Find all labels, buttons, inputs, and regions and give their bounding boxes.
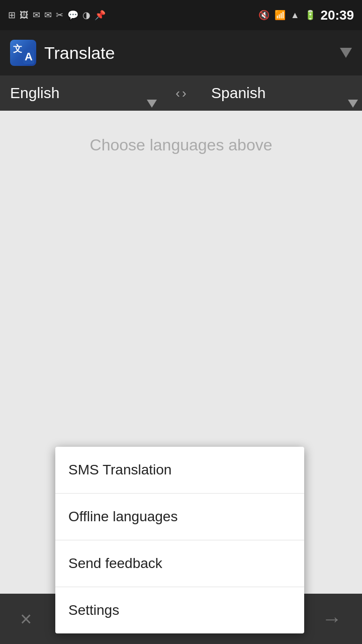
status-bar-left: ⊞ 🖼 ✉ ✉ ✂ 💬 ◑ 📌: [8, 11, 106, 20]
chat-icon: 💬: [67, 11, 78, 20]
wifi-icon: 📶: [275, 11, 286, 20]
toolbar-dropdown-indicator[interactable]: [340, 48, 352, 58]
status-bar: ⊞ 🖼 ✉ ✉ ✂ 💬 ◑ 📌 🔇 📶 ▲ 🔋 20:39: [0, 0, 362, 30]
mute-icon: 🔇: [258, 11, 269, 20]
arrow-left-icon: ‹: [175, 86, 180, 101]
target-language-label: Spanish: [211, 85, 265, 102]
menu-item-feedback[interactable]: Send feedback: [55, 540, 304, 587]
close-button[interactable]: ×: [20, 608, 32, 630]
app-icon-chinese: 文: [13, 43, 22, 55]
mail2-icon: ✉: [44, 11, 52, 20]
source-language-dropdown-icon: [147, 100, 157, 108]
app-title: Translate: [44, 43, 332, 63]
swap-languages-button[interactable]: ‹ ›: [161, 86, 201, 101]
source-language-label: English: [10, 85, 59, 102]
menu-item-settings[interactable]: Settings: [55, 587, 304, 633]
scissors-icon: ✂: [56, 11, 63, 20]
target-language-selector[interactable]: Spanish: [201, 75, 362, 111]
app-icon: 文 A: [10, 40, 36, 66]
image-icon: 🖼: [20, 11, 29, 20]
source-language-selector[interactable]: English: [0, 75, 161, 111]
app-toolbar: 文 A Translate: [0, 30, 362, 75]
target-language-dropdown-icon: [348, 100, 358, 108]
menu-item-sms[interactable]: SMS Translation: [55, 447, 304, 494]
status-bar-right: 🔇 📶 ▲ 🔋 20:39: [258, 8, 354, 23]
status-time: 20:39: [321, 8, 354, 23]
mail-icon: ✉: [33, 11, 40, 20]
menu-item-offline[interactable]: Offline languages: [55, 494, 304, 540]
app-icon-english: A: [23, 50, 34, 64]
dropdown-menu: SMS TranslationOffline languagesSend fee…: [55, 447, 304, 633]
steam-icon: ◑: [82, 11, 90, 20]
battery-icon: 🔋: [305, 11, 316, 20]
forward-button[interactable]: →: [322, 608, 342, 630]
language-bar: English ‹ › Spanish: [0, 75, 362, 111]
add-icon: ⊞: [8, 11, 16, 20]
pin-icon: 📌: [95, 11, 106, 20]
arrow-right-icon: ›: [182, 86, 187, 101]
signal-icon: ▲: [291, 11, 300, 20]
